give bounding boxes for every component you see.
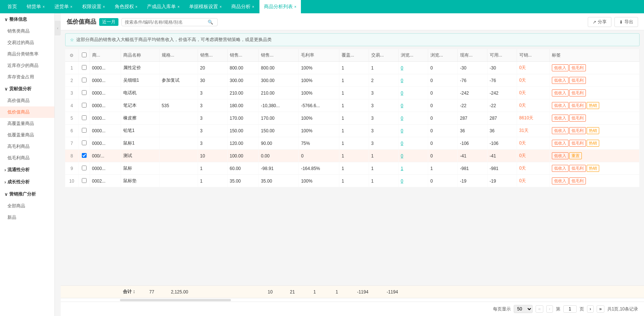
browse-link[interactable]: 0	[401, 116, 403, 121]
row-browse1[interactable]: 0	[398, 112, 428, 125]
sidebar-item-category-rate[interactable]: 商品分类销售率	[0, 48, 54, 60]
col-code[interactable]: 商...	[90, 49, 121, 62]
sidebar-item-new-goods[interactable]: 新品	[0, 212, 54, 223]
nav-item-permission[interactable]: 权限设置 ×	[78, 0, 110, 13]
col-settings[interactable]: ⚙	[65, 49, 78, 62]
sidebar-item-low-value[interactable]: 低价值商品	[0, 106, 54, 118]
row-browse1[interactable]: 0	[398, 150, 428, 162]
row-browse1[interactable]: 0	[398, 175, 428, 187]
browse-link[interactable]: 0	[401, 153, 403, 159]
page-size-select[interactable]: 50 100	[514, 305, 533, 313]
sidebar-group-marketing[interactable]: ∨ 营销推广分析	[0, 188, 54, 200]
row-checkbox-cell[interactable]	[78, 112, 90, 125]
col-current[interactable]: 现有...	[457, 49, 487, 62]
row-checkbox-cell[interactable]	[78, 150, 90, 162]
col-browse1[interactable]: 浏览...	[398, 49, 428, 62]
row-checkbox-cell[interactable]	[78, 99, 90, 112]
table-container[interactable]: ⚙ 商... 商品名称 规格... 销售... 销售... 销售... 毛利率 …	[61, 49, 644, 285]
nav-item-home[interactable]: 首页	[3, 0, 21, 13]
row-checkbox[interactable]	[82, 128, 87, 133]
time-tag-button[interactable]: 近一月	[99, 18, 118, 26]
close-icon[interactable]: ×	[177, 5, 180, 9]
sidebar-item-stock-capital[interactable]: 库存资金占用	[0, 71, 54, 83]
row-checkbox-cell[interactable]	[78, 137, 90, 150]
browse-link[interactable]: 0	[401, 179, 403, 184]
close-icon[interactable]: ×	[103, 5, 105, 9]
sidebar-group-flow[interactable]: › 流通性分析	[0, 164, 54, 176]
row-checkbox-cell[interactable]	[78, 175, 90, 187]
sidebar-group-growth[interactable]: › 成长性分析	[0, 176, 54, 188]
browse-link[interactable]: 0	[401, 91, 403, 96]
row-checkbox[interactable]	[82, 178, 87, 183]
row-checkbox[interactable]	[82, 140, 87, 145]
close-icon[interactable]: ×	[135, 5, 138, 9]
row-checkbox[interactable]	[82, 65, 87, 70]
browse-link[interactable]: 0	[401, 103, 403, 108]
row-browse1[interactable]: 0	[398, 62, 428, 74]
row-browse1[interactable]: 0	[398, 137, 428, 150]
close-icon[interactable]: ×	[219, 5, 222, 9]
browse-link[interactable]: 0	[401, 65, 403, 71]
search-icon[interactable]: 🔍	[208, 20, 213, 25]
col-sale1[interactable]: 销售...	[198, 49, 227, 62]
sidebar-item-high-coverage[interactable]: 高覆盖量商品	[0, 118, 54, 129]
row-checkbox-cell[interactable]	[78, 74, 90, 87]
sidebar-group-overall[interactable]: ∨ 整体信息	[0, 13, 54, 26]
select-all-checkbox[interactable]	[82, 52, 87, 57]
nav-item-purchase[interactable]: 进货单 ×	[50, 0, 77, 13]
nav-item-analysis[interactable]: 商品分析 ×	[227, 0, 259, 13]
row-browse1[interactable]: 1	[398, 162, 428, 175]
prev-page-button[interactable]: ‹	[546, 305, 553, 313]
row-checkbox[interactable]	[82, 166, 87, 170]
col-trade[interactable]: 交易...	[369, 49, 398, 62]
sidebar-item-high-value[interactable]: 高价值商品	[0, 95, 54, 106]
close-icon[interactable]: ×	[43, 5, 45, 9]
row-browse1[interactable]: 0	[398, 99, 428, 112]
row-checkbox-cell[interactable]	[78, 87, 90, 99]
sidebar-item-low-coverage[interactable]: 低覆盖量商品	[0, 129, 54, 141]
col-spec[interactable]: 规格...	[159, 49, 198, 62]
row-browse1[interactable]: 0	[398, 87, 428, 99]
sidebar-item-all-goods[interactable]: 全部商品	[0, 200, 54, 212]
row-browse1[interactable]: 0	[398, 74, 428, 87]
browse-link[interactable]: 1	[401, 166, 403, 171]
close-icon[interactable]: ×	[70, 5, 73, 9]
row-checkbox[interactable]	[82, 153, 87, 158]
share-button[interactable]: ↗ 分享	[588, 17, 611, 27]
row-checkbox[interactable]	[82, 115, 87, 120]
col-sale3[interactable]: 销售...	[259, 49, 299, 62]
nav-item-role[interactable]: 角色授权 ×	[110, 0, 142, 13]
col-check[interactable]	[78, 49, 90, 62]
col-browse2[interactable]: 浏览...	[428, 49, 457, 62]
export-button[interactable]: ⬇ 导出	[614, 17, 638, 27]
last-page-button[interactable]: »	[597, 305, 604, 313]
sidebar-item-low-stock[interactable]: 近库存少的商品	[0, 60, 54, 71]
sidebar-item-sales-goods[interactable]: 销售类商品	[0, 26, 54, 37]
first-page-button[interactable]: «	[536, 305, 543, 313]
search-input[interactable]	[125, 20, 206, 25]
col-name[interactable]: 商品名称	[121, 49, 160, 62]
row-checkbox-cell[interactable]	[78, 162, 90, 175]
sidebar-item-high-margin[interactable]: 高毛利商品	[0, 141, 54, 152]
sidebar-item-low-margin[interactable]: 低毛利商品	[0, 152, 54, 164]
col-margin[interactable]: 毛利率	[299, 49, 339, 62]
next-page-button[interactable]: ›	[587, 305, 594, 313]
row-checkbox-cell[interactable]	[78, 125, 90, 137]
row-checkbox[interactable]	[82, 90, 87, 95]
nav-item-template[interactable]: 单据模板设置 ×	[185, 0, 226, 13]
sidebar-group-contribution[interactable]: ∨ 贡献值分析	[0, 83, 54, 95]
nav-item-product[interactable]: 产成品入库单 ×	[142, 0, 184, 13]
sidebar-item-traded-goods[interactable]: 交易过的商品	[0, 37, 54, 48]
row-checkbox[interactable]	[82, 103, 87, 108]
browse-link[interactable]: 0	[401, 128, 403, 133]
row-browse1[interactable]: 0	[398, 125, 428, 137]
settings-icon[interactable]: ⚙	[70, 53, 74, 58]
browse-link[interactable]: 0	[401, 78, 403, 83]
col-sale2[interactable]: 销售...	[227, 49, 259, 62]
page-number-input[interactable]	[563, 305, 577, 313]
nav-item-analysis-list[interactable]: 商品分析列表 ×	[259, 0, 301, 13]
browse-link[interactable]: 0	[401, 141, 403, 146]
sidebar-collapse-button[interactable]: ‹	[55, 21, 61, 35]
col-available[interactable]: 可用...	[487, 49, 517, 62]
nav-item-sales[interactable]: 销货单 ×	[22, 0, 49, 13]
